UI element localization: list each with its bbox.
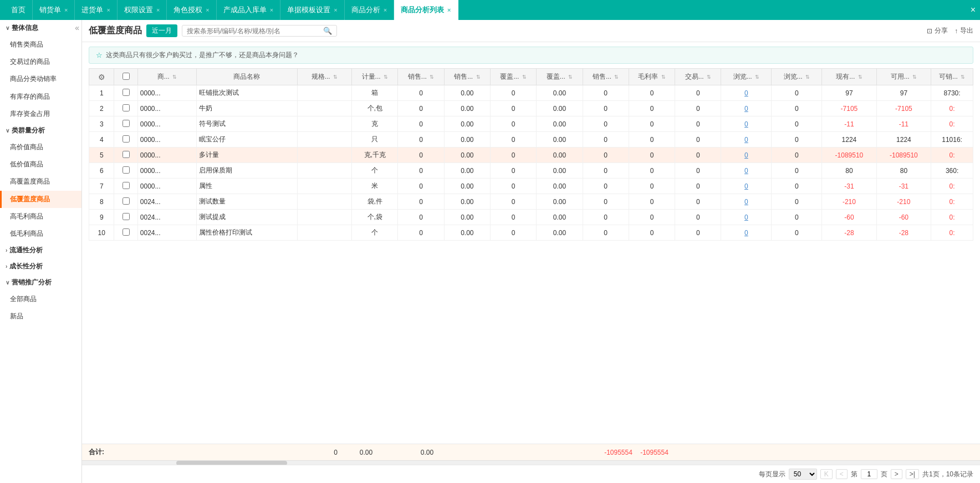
cell-check[interactable]: [114, 148, 137, 163]
col-header-browse2[interactable]: 浏览... ⇅: [772, 69, 822, 85]
cell-check[interactable]: [114, 179, 137, 194]
col-header-check[interactable]: [114, 69, 137, 85]
tab-sales-order[interactable]: 销货单 ×: [33, 0, 75, 20]
col-header-unit[interactable]: 计量... ⇅: [352, 69, 398, 85]
sidebar-section-marketing[interactable]: ∨ 营销推广分析: [0, 274, 81, 291]
cell-check[interactable]: [114, 116, 137, 132]
search-input[interactable]: [187, 27, 323, 35]
sidebar-item-stock-fund[interactable]: 库存资金占用: [0, 105, 81, 123]
col-header-name[interactable]: 商品名称: [196, 69, 297, 85]
col-header-cover1[interactable]: 覆盖... ⇅: [490, 69, 536, 85]
close-tab-purchase-order[interactable]: ×: [106, 7, 110, 13]
sidebar-collapse-button[interactable]: «: [75, 23, 79, 32]
cell-check[interactable]: [114, 194, 137, 210]
cell-check[interactable]: [114, 132, 137, 148]
cell-browse1[interactable]: 0: [721, 179, 772, 194]
sidebar-item-all-products[interactable]: 全部商品: [0, 291, 81, 308]
row-checkbox[interactable]: [122, 228, 130, 236]
row-checkbox[interactable]: [122, 182, 130, 189]
last-page-button[interactable]: >|: [906, 469, 919, 479]
sidebar-item-traded-products[interactable]: 交易过的商品: [0, 53, 81, 70]
sidebar-item-high-margin[interactable]: 高毛利商品: [0, 208, 81, 225]
select-all-checkbox[interactable]: [122, 73, 130, 80]
cell-check[interactable]: [114, 225, 137, 241]
col-header-settings[interactable]: ⚙: [89, 69, 114, 85]
settings-icon[interactable]: ⚙: [98, 73, 105, 82]
cell-check[interactable]: [114, 85, 137, 101]
tab-home[interactable]: 首页: [4, 0, 33, 20]
cell-browse1[interactable]: 0: [721, 163, 772, 179]
close-tab-product-analysis[interactable]: ×: [384, 7, 387, 13]
cell-browse1[interactable]: 0: [721, 116, 772, 132]
sidebar-item-in-stock-products[interactable]: 有库存的商品: [0, 88, 81, 105]
sidebar-item-category-rate[interactable]: 商品分类动销率: [0, 70, 81, 88]
sidebar-item-new-products[interactable]: 新品: [0, 308, 81, 325]
cell-browse1[interactable]: 0: [721, 194, 772, 210]
close-tab-permission-settings[interactable]: ×: [156, 7, 160, 13]
close-tab-sales-order[interactable]: ×: [64, 7, 68, 13]
cell-browse1[interactable]: 0: [721, 148, 772, 163]
col-header-code[interactable]: 商... ⇅: [137, 69, 196, 85]
row-checkbox[interactable]: [122, 120, 130, 127]
sidebar-item-high-value[interactable]: 高价值商品: [0, 139, 81, 156]
row-checkbox[interactable]: [122, 166, 130, 174]
row-checkbox[interactable]: [122, 104, 130, 111]
cell-browse1[interactable]: 0: [721, 85, 772, 101]
sidebar-section-growth[interactable]: › 成长性分析: [0, 258, 81, 274]
close-tab-template-settings[interactable]: ×: [334, 7, 337, 13]
col-header-sales1[interactable]: 销售... ⇅: [398, 69, 444, 85]
cell-browse1[interactable]: 0: [721, 132, 772, 148]
cell-check[interactable]: [114, 210, 137, 225]
sidebar-item-high-coverage[interactable]: 高覆盖度商品: [0, 173, 81, 190]
next-page-button[interactable]: >: [891, 469, 902, 479]
prev-page-button[interactable]: <: [836, 469, 848, 479]
tab-purchase-order[interactable]: 进货单 ×: [75, 0, 117, 20]
close-tab-role-auth[interactable]: ×: [206, 7, 209, 13]
sidebar-section-cluster[interactable]: ∨ 类群量分析: [0, 123, 81, 139]
sidebar-item-low-margin[interactable]: 低毛利商品: [0, 225, 81, 242]
horizontal-scrollbar[interactable]: [82, 460, 980, 465]
col-header-sale[interactable]: 可销... ⇅: [931, 69, 973, 85]
share-button[interactable]: ⊡ 分享: [927, 26, 948, 35]
row-checkbox[interactable]: [122, 135, 130, 143]
col-header-stock2[interactable]: 可用... ⇅: [876, 69, 931, 85]
tab-permission-settings[interactable]: 权限设置 ×: [118, 0, 167, 20]
per-page-select[interactable]: 50 100 200: [789, 469, 817, 480]
export-button[interactable]: ↑ 导出: [955, 26, 973, 35]
cell-browse1[interactable]: 0: [721, 225, 772, 241]
search-icon[interactable]: 🔍: [323, 27, 332, 35]
tab-template-settings[interactable]: 单据模板设置 ×: [280, 0, 344, 20]
close-tab-product-analysis-list[interactable]: ×: [447, 7, 451, 13]
row-checkbox[interactable]: [122, 213, 130, 220]
col-header-cover2[interactable]: 覆盖... ⇅: [537, 69, 583, 85]
col-header-browse1[interactable]: 浏览... ⇅: [721, 69, 772, 85]
col-header-trade[interactable]: 交易... ⇅: [675, 69, 721, 85]
cell-unit: 个,袋: [352, 210, 398, 225]
cell-check[interactable]: [114, 101, 137, 116]
first-page-button[interactable]: K: [820, 469, 833, 479]
col-header-stock1[interactable]: 现有... ⇅: [822, 69, 876, 85]
col-header-sales2[interactable]: 销售... ⇅: [444, 69, 490, 85]
cell-check[interactable]: [114, 163, 137, 179]
sidebar-section-liquidity[interactable]: › 流通性分析: [0, 242, 81, 258]
col-header-profit[interactable]: 毛利率 ⇅: [629, 69, 675, 85]
sidebar-item-low-coverage[interactable]: 低覆盖度商品: [0, 191, 81, 208]
col-header-sales3[interactable]: 销售... ⇅: [583, 69, 629, 85]
row-checkbox[interactable]: [122, 197, 130, 205]
col-header-spec[interactable]: 规格... ⇅: [297, 69, 351, 85]
tab-product-entry[interactable]: 产成品入库单 ×: [217, 0, 280, 20]
sidebar-section-overall[interactable]: ∨ 整体信息: [0, 20, 81, 36]
tab-product-analysis[interactable]: 商品分析 ×: [345, 0, 394, 20]
date-filter-button[interactable]: 近一月: [146, 24, 177, 37]
cell-browse1[interactable]: 0: [721, 101, 772, 116]
close-all-tabs-button[interactable]: ×: [971, 0, 976, 20]
page-number-input[interactable]: [861, 469, 877, 479]
close-tab-product-entry[interactable]: ×: [270, 7, 273, 13]
tab-product-analysis-list[interactable]: 商品分析列表 ×: [394, 0, 458, 20]
row-checkbox[interactable]: [122, 151, 130, 158]
sidebar-item-low-value[interactable]: 低价值商品: [0, 156, 81, 173]
cell-browse1[interactable]: 0: [721, 210, 772, 225]
sidebar-item-sales-products[interactable]: 销售类商品: [0, 36, 81, 53]
row-checkbox[interactable]: [122, 89, 130, 96]
tab-role-auth[interactable]: 角色授权 ×: [167, 0, 216, 20]
